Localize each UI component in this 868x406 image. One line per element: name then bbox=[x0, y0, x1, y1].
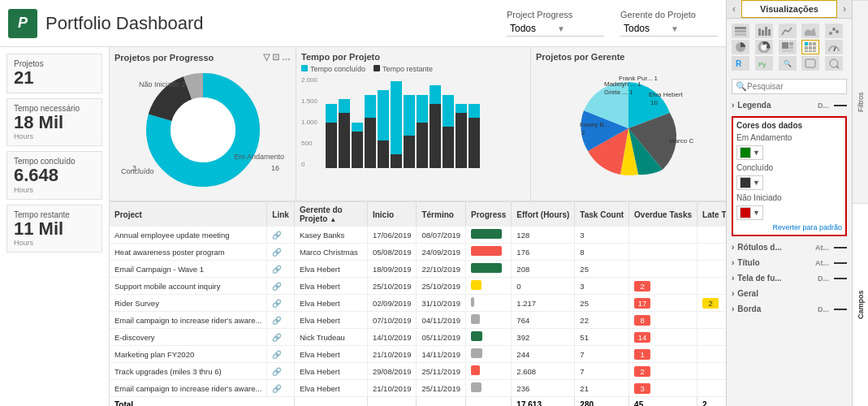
dash-icon-2 bbox=[834, 247, 847, 248]
viz-icon-r[interactable]: R bbox=[732, 56, 749, 71]
stat-restante-sub: Hours bbox=[14, 239, 95, 247]
tela-section: › Tela de fu... D... bbox=[727, 270, 852, 286]
table-row: Support mobile account inquiry 🔗 Elva He… bbox=[110, 278, 726, 295]
stat-restante-value: 11 Mil bbox=[14, 219, 95, 239]
viz-icon-pie[interactable] bbox=[732, 40, 749, 54]
visualizacoes-tab[interactable]: Visualizações bbox=[741, 0, 837, 18]
legend-tempo-restante: Tempo restante bbox=[374, 65, 433, 73]
color-dropdown-concluido[interactable]: ▼ bbox=[736, 175, 763, 190]
stat-necessario: Tempo necessário 18 Mil Hours bbox=[6, 98, 102, 146]
bar-chart-section: Tempo por Projeto Tempo concluído Tempo … bbox=[296, 47, 531, 201]
donut-label-concluido: Concluído bbox=[121, 167, 154, 175]
color-dropdown-andamento[interactable]: ▼ bbox=[736, 145, 763, 160]
col-termino: Término bbox=[417, 202, 466, 227]
viz-icon-bar[interactable] bbox=[755, 24, 773, 38]
cores-title: Cores dos dados bbox=[736, 121, 842, 130]
svg-line-40 bbox=[834, 47, 836, 51]
svg-rect-15 bbox=[735, 33, 746, 36]
viz-icon-line[interactable] bbox=[779, 24, 797, 38]
filter-gerente-select[interactable]: Todos ▼ bbox=[620, 21, 718, 37]
svg-point-26 bbox=[762, 45, 767, 50]
filter-project-progress-select[interactable]: Todos ▼ bbox=[507, 21, 604, 37]
bar-10 bbox=[443, 76, 454, 168]
bar-9 bbox=[430, 76, 441, 168]
viz-icon-matrix[interactable] bbox=[801, 40, 819, 54]
viz-icon-area[interactable] bbox=[801, 24, 819, 38]
color-swatch-andamento-row: ▼ bbox=[736, 145, 842, 160]
stats-panel: Projetos 21 Tempo necessário 18 Mil Hour… bbox=[0, 47, 110, 406]
svg-text:R: R bbox=[736, 59, 742, 68]
campos-tab[interactable]: Campos bbox=[853, 203, 868, 406]
expand-icon-3: › bbox=[732, 258, 734, 267]
svg-rect-36 bbox=[813, 46, 816, 50]
svg-rect-32 bbox=[809, 42, 812, 45]
donut-label-nao-iniciado: Não Iniciado 2 bbox=[139, 80, 186, 89]
table-row: Marketing plan FY2020 🔗 Elva Hebert 21/1… bbox=[110, 346, 726, 363]
col-project: Project bbox=[110, 202, 267, 227]
search-input[interactable] bbox=[747, 82, 843, 91]
svg-rect-29 bbox=[789, 46, 793, 49]
tab-next-arrow[interactable]: › bbox=[837, 3, 852, 15]
more-icon[interactable]: … bbox=[282, 52, 291, 63]
bar-4 bbox=[365, 76, 376, 168]
svg-text:10: 10 bbox=[650, 99, 658, 106]
focus-icon[interactable]: ⊡ bbox=[272, 52, 279, 63]
legend-tempo-concluido: Tempo concluído bbox=[301, 65, 365, 73]
dropdown-arrow-concluido: ▼ bbox=[753, 179, 760, 187]
color-swatch-concluido-row: ▼ bbox=[736, 175, 842, 190]
rotulos-section: › Rótulos d... At... bbox=[727, 240, 852, 255]
svg-rect-13 bbox=[735, 27, 746, 29]
viz-icon-donut[interactable] bbox=[755, 40, 773, 54]
svg-rect-17 bbox=[762, 30, 764, 36]
viz-icon-scatter[interactable] bbox=[825, 24, 843, 38]
filter-gerente-value: Todos bbox=[624, 23, 667, 34]
stat-necessario-sub: Hours bbox=[14, 132, 95, 140]
tela-title[interactable]: › Tela de fu... D... bbox=[732, 274, 847, 283]
borda-title[interactable]: › Borda D... bbox=[732, 304, 847, 313]
titulo-title[interactable]: › Título At... bbox=[732, 258, 847, 267]
viz-icon-search-viz[interactable]: 🔍 bbox=[779, 56, 797, 71]
table-area: Project Link Gerente doProjeto ▲ Inicio … bbox=[110, 201, 726, 406]
expand-icon-5: › bbox=[732, 289, 734, 298]
geral-title[interactable]: › Geral bbox=[732, 289, 847, 298]
filtros-tab[interactable]: Filtros bbox=[853, 0, 868, 203]
chevron-down-icon: ▼ bbox=[557, 24, 601, 33]
dropdown-arrow-andamento: ▼ bbox=[753, 149, 760, 157]
viz-icon-extra1[interactable] bbox=[801, 56, 819, 71]
svg-text:Greta ... 1: Greta ... 1 bbox=[604, 89, 633, 96]
col-manager: Gerente doProjeto ▲ bbox=[294, 202, 367, 227]
pie-chart-section: Projetos por Gerente bbox=[531, 47, 726, 201]
logo-letter: P bbox=[18, 15, 28, 32]
filter-project-progress: Project Progress Todos ▼ bbox=[507, 10, 604, 37]
search-box[interactable]: 🔍 bbox=[732, 79, 847, 94]
bars-group bbox=[326, 76, 525, 184]
donut-chart-title: Projetos por Progresso ▽ ⊡ … bbox=[114, 52, 291, 63]
color-swatch-nao-iniciado bbox=[740, 207, 751, 218]
color-row-andamento: Em Andamento bbox=[736, 133, 842, 142]
rotulos-title[interactable]: › Rótulos d... At... bbox=[732, 243, 847, 252]
color-swatch-andamento bbox=[740, 147, 751, 158]
color-dropdown-nao-iniciado[interactable]: ▼ bbox=[736, 205, 763, 220]
bar-chart: 2.0001.5001.0005000 bbox=[301, 76, 525, 184]
revert-link[interactable]: Reverter para padrão bbox=[736, 223, 842, 231]
viz-icon-treemap[interactable] bbox=[779, 40, 797, 54]
col-overdue: Overdue Tasks bbox=[629, 202, 697, 227]
tab-prev-arrow[interactable]: ‹ bbox=[727, 3, 741, 15]
viz-icon-stacked-bar[interactable] bbox=[732, 24, 749, 38]
col-link: Link bbox=[267, 202, 295, 227]
svg-line-45 bbox=[836, 66, 839, 68]
data-table: Project Link Gerente doProjeto ▲ Inicio … bbox=[110, 202, 726, 406]
dropdown-arrow-nao-iniciado: ▼ bbox=[753, 209, 760, 217]
viz-icon-py[interactable]: Py bbox=[755, 56, 773, 71]
bar-6 bbox=[391, 76, 402, 168]
viz-icon-gauge[interactable] bbox=[825, 40, 843, 54]
dash-icon bbox=[834, 105, 847, 106]
stat-concluido-sub: Hours bbox=[14, 186, 95, 194]
table-row: Email campaign to increase rider's aware… bbox=[110, 380, 726, 397]
svg-rect-39 bbox=[813, 50, 816, 52]
geral-section: › Geral bbox=[727, 286, 852, 301]
legenda-title[interactable]: › Legenda D... bbox=[732, 101, 847, 110]
svg-text:Kasey B...: Kasey B... bbox=[580, 121, 609, 128]
filter-icon[interactable]: ▽ bbox=[263, 52, 270, 63]
viz-icon-extra2[interactable] bbox=[825, 56, 843, 71]
